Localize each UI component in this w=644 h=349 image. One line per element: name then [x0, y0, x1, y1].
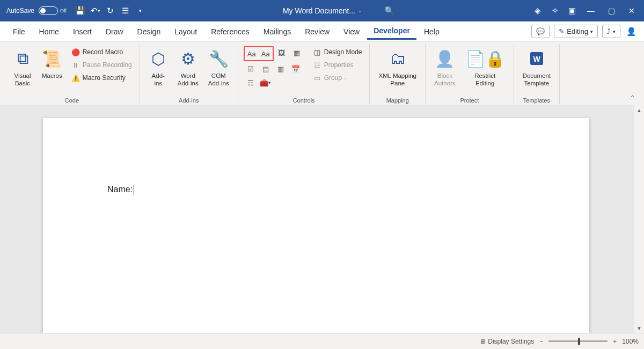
- block-authors-button[interactable]: 👤BlockAuthors: [431, 46, 459, 94]
- display-settings-button[interactable]: 🖥Display Settings: [479, 338, 534, 345]
- autosave-state: Off: [60, 8, 67, 13]
- tab-file[interactable]: File: [6, 24, 32, 39]
- xml-mapping-icon: 🗂: [390, 47, 406, 70]
- zoom-out-button[interactable]: −: [539, 338, 543, 345]
- group-icon: ▭: [312, 73, 322, 83]
- save-icon[interactable]: 💾: [74, 4, 87, 17]
- document-template-icon: W: [528, 47, 545, 70]
- document-title[interactable]: My Word Document...⌵: [283, 6, 361, 15]
- tab-layout[interactable]: Layout: [168, 24, 203, 39]
- ribbon-tabs: File Home Insert Draw Design Layout Refe…: [0, 21, 644, 42]
- tab-insert[interactable]: Insert: [67, 24, 98, 39]
- group-mapping: 🗂XML MappingPane Mapping: [370, 44, 426, 104]
- date-picker-control-button[interactable]: 📅: [289, 62, 303, 75]
- record-macro-button[interactable]: 🔴Record Macro: [69, 46, 134, 58]
- comments-button[interactable]: 💬: [531, 25, 550, 38]
- wand-icon[interactable]: ✧: [548, 4, 561, 17]
- close-button[interactable]: ✕: [624, 3, 640, 19]
- macro-security-label: Macro Security: [83, 74, 126, 82]
- visual-basic-icon: ⧉: [17, 47, 28, 70]
- word-addins-button[interactable]: ⚙WordAdd-ins: [174, 46, 202, 94]
- status-bar: 🖥Display Settings − + 100%: [0, 333, 644, 349]
- word-addins-icon: ⚙: [181, 47, 195, 70]
- title-right: ◈ ✧ ▣ — ▢ ✕: [531, 3, 640, 19]
- group-menu-button: ▭Group ⌵: [310, 72, 364, 84]
- com-addins-button[interactable]: 🔧COMAdd-ins: [205, 46, 232, 94]
- design-mode-button[interactable]: ◫Design Mode: [310, 46, 364, 58]
- collapse-ribbon-button[interactable]: ⌃: [625, 92, 640, 104]
- templates-group-label: Templates: [523, 96, 550, 104]
- autosave-toggle[interactable]: [39, 6, 58, 15]
- restrict-editing-button[interactable]: 📄🔒RestrictEditing: [462, 46, 508, 94]
- checkbox-control-button[interactable]: ☑: [244, 62, 258, 75]
- share-button[interactable]: ⤴▾: [602, 25, 620, 38]
- group-templates: WDocumentTemplate Templates: [514, 44, 560, 104]
- legacy-tools-button[interactable]: 🧰▾: [259, 76, 273, 89]
- zoom-level[interactable]: 100%: [622, 338, 639, 345]
- picture-control-button[interactable]: 🖼: [275, 46, 289, 59]
- qat-customize-icon[interactable]: ▾: [134, 4, 147, 17]
- pause-recording-button: ⏸Pause Recording: [69, 59, 134, 71]
- redo-icon[interactable]: ↻: [104, 4, 117, 17]
- editing-mode-button[interactable]: ✎Editing▾: [554, 25, 598, 38]
- properties-label: Properties: [324, 61, 354, 69]
- group-controls: Aa Aa 🖼 ▦ ☑ ▤ ▥ 📅 ☶ 🧰▾ ◫Des: [238, 44, 370, 104]
- user-icon[interactable]: 👤: [625, 25, 638, 38]
- minimize-button[interactable]: —: [583, 3, 599, 19]
- word-addins-label: WordAdd-ins: [178, 72, 199, 88]
- macros-label: Macros: [42, 72, 62, 79]
- xml-mapping-button[interactable]: 🗂XML MappingPane: [375, 46, 420, 94]
- app-icon[interactable]: ▣: [566, 4, 579, 17]
- combo-box-control-button[interactable]: ▤: [259, 62, 273, 75]
- text-cursor: [134, 185, 134, 195]
- tab-help[interactable]: Help: [418, 24, 446, 39]
- building-block-control-button[interactable]: ▦: [290, 46, 304, 59]
- properties-button: ☷Properties: [310, 59, 364, 71]
- tab-review[interactable]: Review: [298, 24, 336, 39]
- scroll-up-icon[interactable]: ▲: [634, 105, 644, 115]
- tab-references[interactable]: References: [204, 24, 256, 39]
- title-bar: AutoSave Off 💾 ↶▾ ↻ ☰ ▾ My Word Document…: [0, 0, 644, 21]
- vertical-scrollbar[interactable]: ▲ ▼: [634, 105, 644, 333]
- plain-text-control-button[interactable]: Aa: [259, 47, 273, 60]
- macros-icon: 📜: [42, 47, 62, 70]
- record-icon: 🔴: [71, 47, 80, 57]
- diamond-icon[interactable]: ◈: [531, 4, 544, 17]
- group-addins: ⬡Add-ins ⚙WordAdd-ins 🔧COMAdd-ins Add-in…: [140, 44, 238, 104]
- name-label: Name:: [107, 185, 133, 194]
- tab-view[interactable]: View: [337, 24, 366, 39]
- design-mode-label: Design Mode: [324, 48, 362, 56]
- document-template-button[interactable]: WDocumentTemplate: [519, 46, 554, 94]
- dropdown-list-control-button[interactable]: ▥: [274, 62, 288, 75]
- restrict-editing-icon: 📄🔒: [465, 47, 505, 70]
- com-addins-icon: 🔧: [209, 47, 229, 70]
- repeating-section-control-button[interactable]: ☶: [244, 76, 258, 89]
- qat-icon[interactable]: ☰: [119, 4, 132, 17]
- document-title-text: My Word Document...: [283, 6, 355, 15]
- document-template-label: DocumentTemplate: [523, 72, 551, 88]
- macros-button[interactable]: 📜 Macros: [39, 46, 65, 94]
- tab-design[interactable]: Design: [131, 24, 167, 39]
- mapping-group-label: Mapping: [386, 96, 409, 104]
- tab-mailings[interactable]: Mailings: [257, 24, 297, 39]
- page[interactable]: Name:: [43, 118, 589, 333]
- rich-text-control-button[interactable]: Aa: [245, 47, 259, 60]
- search-icon[interactable]: 🔍: [383, 4, 396, 17]
- macro-security-button[interactable]: ⚠️Macro Security: [69, 72, 134, 84]
- tab-home[interactable]: Home: [33, 24, 65, 39]
- zoom-slider[interactable]: [548, 340, 608, 342]
- addins-button[interactable]: ⬡Add-ins: [145, 46, 171, 94]
- tab-draw[interactable]: Draw: [99, 24, 130, 39]
- scroll-down-icon[interactable]: ▼: [634, 323, 644, 333]
- autosave-label: AutoSave: [4, 7, 36, 14]
- display-settings-label: Display Settings: [488, 338, 534, 345]
- tab-developer[interactable]: Developer: [367, 23, 416, 40]
- addins-group-label: Add-ins: [179, 96, 199, 104]
- properties-icon: ☷: [312, 60, 322, 70]
- group-protect: 👤BlockAuthors 📄🔒RestrictEditing Protect: [426, 44, 514, 104]
- zoom-in-button[interactable]: +: [613, 338, 617, 345]
- maximize-button[interactable]: ▢: [603, 3, 619, 19]
- title-center: My Word Document...⌵ 🔍: [149, 4, 529, 17]
- visual-basic-button[interactable]: ⧉ VisualBasic: [10, 46, 35, 94]
- undo-icon[interactable]: ↶▾: [89, 4, 102, 17]
